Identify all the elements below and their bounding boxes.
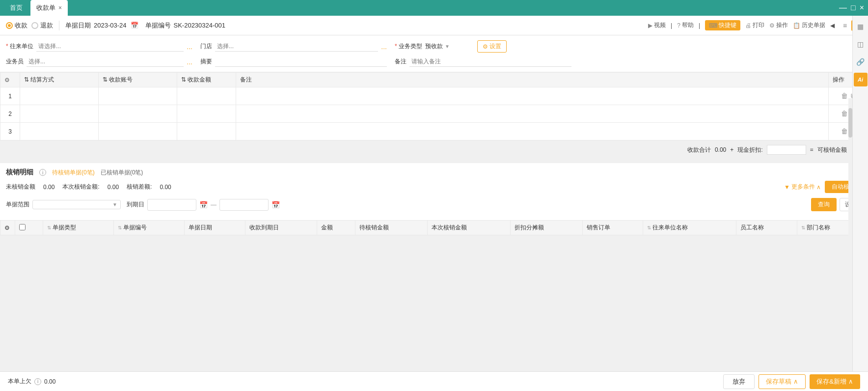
delete-row-1-icon[interactable]: 🗑 xyxy=(841,92,848,100)
date-from-input[interactable]: 2022-04-01 xyxy=(147,199,196,211)
done-tab[interactable]: 已核销单据(0笔) xyxy=(101,168,143,177)
close-window-icon[interactable]: × xyxy=(860,3,864,12)
toolbar-right: ▶ 视频 | ? 帮助 | ⌨ 快捷键 🖨 打印 ⚙ 操作 📋 历史单据 ◀ ≡… xyxy=(648,20,862,31)
biz-type-value: 预收款 xyxy=(425,42,443,51)
account-cell-2[interactable] xyxy=(99,105,177,123)
tab-home[interactable]: 首页 xyxy=(4,0,28,16)
print-icon: 🖨 xyxy=(745,22,751,29)
number-value: SK-20230324-001 xyxy=(174,22,226,29)
settle-cell-3[interactable] xyxy=(20,123,99,140)
staff-more-icon[interactable]: ... xyxy=(187,58,192,66)
remarks-input[interactable] xyxy=(409,56,571,67)
sidebar-table-icon[interactable]: ▦ xyxy=(854,20,868,33)
cash-discount-input[interactable] xyxy=(767,145,806,155)
right-sidebar: ▦ ◫ 🔗 Ai xyxy=(852,16,868,371)
chevron-down-icon: ▼ xyxy=(445,44,450,49)
calendar-to-icon[interactable]: 📅 xyxy=(271,201,280,209)
summary-input[interactable] xyxy=(215,56,387,67)
sidebar-link-icon[interactable]: 🔗 xyxy=(854,55,868,69)
help-btn[interactable]: ? 帮助 xyxy=(677,21,694,29)
sales-order-col-header: 销售订单 xyxy=(582,221,643,235)
account-col-header: ⇅ 收款账号 xyxy=(99,73,177,87)
layout-list-btn[interactable]: ≡ xyxy=(840,20,850,31)
sidebar-doc-icon[interactable]: ◫ xyxy=(854,37,868,51)
settle-cell-2[interactable] xyxy=(20,105,99,123)
this-cancel-col-header: 本次核销金额 xyxy=(427,221,510,235)
query-form: 单据范围 ▼ 到期日 2022-04-01 📅 — 2022-04-12 📅 查… xyxy=(6,198,862,211)
chevron-up-icon: ∧ xyxy=(816,184,821,191)
amount-col-header: ⇅ 收款金额 xyxy=(177,73,236,87)
save-new-btn[interactable]: 保存&新增 ∧ xyxy=(810,374,860,389)
date-field: 单据日期 2023-03-24 📅 xyxy=(65,21,139,30)
scrollbar[interactable] xyxy=(848,98,852,371)
shortcut-btn[interactable]: ⌨ 快捷键 xyxy=(705,20,740,30)
balance-label: 本单上欠 xyxy=(8,377,31,386)
amount-cell-1[interactable] xyxy=(177,87,236,105)
biz-type-select[interactable]: 预收款 ▼ xyxy=(425,42,474,51)
toolbar: 收款 退款 单据日期 2023-03-24 📅 单据编号 SK-20230324… xyxy=(0,16,868,35)
pending-tab[interactable]: 待核销单据(0笔) xyxy=(52,168,95,177)
print-btn[interactable]: 🖨 打印 xyxy=(745,21,764,29)
delete-row-3-icon[interactable]: 🗑 xyxy=(841,127,848,136)
diff-label: 核销差额: xyxy=(127,183,152,191)
uncancelled-label: 未核销金额 xyxy=(6,183,35,191)
due-date-label: 到期日 xyxy=(127,200,144,209)
operations-btn[interactable]: ⚙ 操作 xyxy=(769,21,788,29)
video-icon: ▶ xyxy=(648,22,652,29)
staff-input[interactable] xyxy=(27,56,184,67)
settle-cell-1[interactable] xyxy=(20,87,99,105)
minimize-icon[interactable]: — xyxy=(839,3,847,12)
receipt-total-val: 0.00 xyxy=(715,146,726,153)
hexiao-info-icon[interactable]: i xyxy=(39,169,46,176)
calendar-icon[interactable]: 📅 xyxy=(130,21,139,30)
history-icon: 📋 xyxy=(793,22,800,29)
due-date-field: 到期日 2022-04-01 📅 — 2022-04-12 📅 xyxy=(127,199,280,211)
more-filter-btn[interactable]: ▼ 更多条件 ∧ xyxy=(784,183,821,191)
partner-more-icon[interactable]: ... xyxy=(187,43,192,51)
select-all-checkbox[interactable] xyxy=(19,224,26,230)
account-cell-1[interactable] xyxy=(99,87,177,105)
save-draft-btn[interactable]: 保存草稿 ∧ xyxy=(759,374,806,389)
shop-more-icon[interactable]: ... xyxy=(381,43,387,51)
receipt-radio[interactable]: 收款 xyxy=(6,21,27,30)
tab-bar-right: — □ × xyxy=(839,3,864,12)
scrollbar-thumb[interactable] xyxy=(848,108,852,138)
form-row-1: * 往来单位 ... 门店 ... * 业务类型 预收款 ▼ ⚙ 设置 xyxy=(6,40,862,53)
query-btn[interactable]: 查询 xyxy=(811,198,837,211)
shop-input[interactable] xyxy=(215,41,378,52)
video-btn[interactable]: ▶ 视频 xyxy=(648,21,666,29)
partner-col-header: 往来单位名称 xyxy=(643,221,736,235)
calendar-from-icon[interactable]: 📅 xyxy=(199,201,208,209)
restore-icon[interactable]: □ xyxy=(851,3,856,12)
note-cell-3[interactable] xyxy=(236,123,829,140)
staff-label: 业务员 xyxy=(6,57,24,66)
range-field: 单据范围 ▼ xyxy=(6,200,121,209)
due-date-col-header: 收款到期日 xyxy=(245,221,317,235)
settings-lower-icon[interactable]: ⚙ xyxy=(4,224,10,231)
nav-left-icon[interactable]: ◀ xyxy=(830,22,835,29)
tab-close-icon[interactable]: × xyxy=(58,4,62,11)
delete-row-2-icon[interactable]: 🗑 xyxy=(841,110,848,118)
partner-input[interactable] xyxy=(36,41,184,52)
sidebar-ai-icon[interactable]: Ai xyxy=(854,73,868,86)
amount-cell-3[interactable] xyxy=(177,123,236,140)
refund-radio[interactable]: 退款 xyxy=(31,21,53,30)
note-cell-1[interactable] xyxy=(236,87,829,105)
amount-col-header: 金额 xyxy=(317,221,355,235)
amount-cell-2[interactable] xyxy=(177,105,236,123)
form-section: * 往来单位 ... 门店 ... * 业务类型 预收款 ▼ ⚙ 设置 业务员 … xyxy=(0,35,868,72)
equals-sign: = xyxy=(810,146,814,153)
hexiao-title: 核销明细 xyxy=(6,168,33,177)
settings-col-header[interactable]: ⚙ xyxy=(0,73,20,87)
balance-info-icon[interactable]: i xyxy=(34,378,41,385)
abandon-btn[interactable]: 放弃 xyxy=(723,374,755,389)
note-col-header: 备注 xyxy=(236,73,829,87)
tab-receipts[interactable]: 收款单 × xyxy=(30,0,68,16)
remarks-field: 备注 xyxy=(395,56,571,67)
history-btn[interactable]: 📋 历史单据 xyxy=(793,21,825,29)
lower-table: ⚙ 单据类型 单据编号 单据日期 收款到期日 金额 待核销金额 本次核销金额 折… xyxy=(0,220,868,235)
date-to-input[interactable]: 2022-04-12 xyxy=(219,199,269,211)
settings-button[interactable]: ⚙ 设置 xyxy=(477,40,507,53)
account-cell-3[interactable] xyxy=(99,123,177,140)
note-cell-2[interactable] xyxy=(236,105,829,123)
